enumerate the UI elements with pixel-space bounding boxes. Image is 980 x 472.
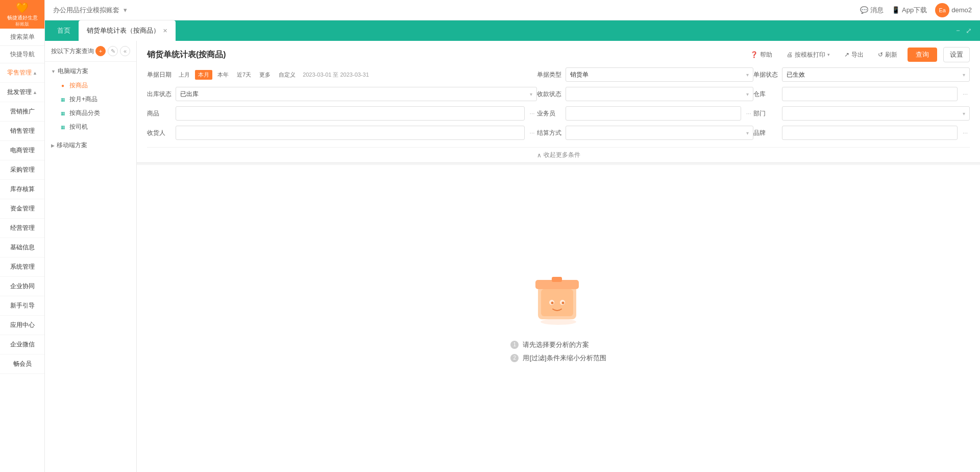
user-avatar: Ea — [935, 3, 949, 17]
warehouse-label: 仓库 — [753, 90, 779, 99]
sidebar-item-wechat[interactable]: 企业微信 — [0, 335, 44, 355]
print-btn[interactable]: 🖨 按模板打印 ▾ — [782, 49, 834, 61]
brand-more-icon[interactable]: ··· — [961, 129, 970, 136]
scheme-active-icon: ● — [59, 82, 66, 89]
sidebar-item-wholesale[interactable]: 批发管理 ▲ — [0, 83, 44, 102]
date-btn-custom[interactable]: 自定义 — [276, 70, 299, 80]
main-area: 办公用品行业模拟账套 ▾ 💬 消息 📱 App下载 Ea demo2 首页 — [45, 0, 980, 472]
sidebar-item-operation[interactable]: 经营管理 — [0, 219, 44, 238]
doc-status-value: 已生效 — [787, 70, 805, 79]
date-btn-more[interactable]: 更多 — [256, 70, 274, 80]
filter-row-1: 单据日期 上月 本月 本年 近7天 更多 自定义 20 — [147, 67, 970, 82]
dept-select[interactable]: ▾ — [782, 106, 970, 121]
mobile-section-header[interactable]: ▶ 移动端方案 — [45, 138, 136, 153]
help-btn[interactable]: ❓ 帮助 — [746, 49, 776, 61]
sidebar-item-finance[interactable]: 资金管理 — [0, 199, 44, 219]
print-label: 按模板打印 — [795, 51, 825, 59]
settlement-select[interactable]: ▾ — [566, 126, 753, 140]
settings-btn[interactable]: 设置 — [943, 47, 970, 62]
sidebar-item-marketing[interactable]: 营销推广 — [0, 102, 44, 122]
salesperson-input[interactable] — [566, 106, 741, 121]
tab-minimize-icon[interactable]: － — [954, 26, 962, 35]
doc-type-value: 销货单 — [570, 70, 589, 79]
sidebar-item-sales[interactable]: 销售管理 — [0, 122, 44, 141]
query-btn[interactable]: 查询 — [908, 48, 937, 62]
content-area: 按以下方案查询 + ✎ « ▼ 电脑端方案 ● 按商品 — [45, 41, 980, 472]
filter-warehouse: 仓库 ··· — [753, 87, 970, 101]
sidebar-item-purchase[interactable]: 采购管理 — [0, 160, 44, 180]
sidebar-item-inventory[interactable]: 库存核算 — [0, 180, 44, 199]
svg-rect-8 — [552, 277, 562, 282]
scheme-by-month-product-label: 按月+商品 — [69, 95, 97, 104]
filter-salesperson: 业务员 ··· — [537, 106, 753, 121]
warehouse-input[interactable] — [782, 87, 958, 101]
app-logo[interactable]: 🧡 畅捷通好生意 标账版 — [0, 0, 45, 29]
quick-nav[interactable]: 快捷导航 — [0, 46, 44, 63]
desktop-section-header[interactable]: ▼ 电脑端方案 — [45, 64, 136, 79]
collapse-panel-btn[interactable]: « — [120, 46, 130, 56]
tab-maximize-icon[interactable]: ⤢ — [966, 27, 972, 35]
scheme-by-product[interactable]: ● 按商品 — [59, 79, 136, 92]
sidebar-item-ecom[interactable]: 电商管理 — [0, 141, 44, 160]
date-btn-this-year[interactable]: 本年 — [214, 70, 232, 80]
sidebar-item-appcenter[interactable]: 应用中心 — [0, 316, 44, 335]
left-panel: 按以下方案查询 + ✎ « ▼ 电脑端方案 ● 按商品 — [45, 41, 137, 472]
user-menu[interactable]: Ea demo2 — [935, 3, 972, 17]
tab-sales-stat[interactable]: 销货单统计表（按商品） ✕ — [79, 20, 176, 41]
doc-status-select[interactable]: 已生效 ▾ — [782, 67, 970, 82]
filter-row-2: 出库状态 已出库 ▾ 收款状态 ▾ — [147, 87, 970, 101]
add-scheme-btn[interactable]: + — [95, 46, 106, 56]
sidebar-item-retail[interactable]: 零售管理 ▲ — [0, 63, 44, 83]
sidebar-item-basic[interactable]: 基础信息 — [0, 238, 44, 257]
filter-settlement: 结算方式 ▾ — [537, 126, 753, 140]
tab-close-icon[interactable]: ✕ — [163, 28, 167, 34]
scheme-by-cashier[interactable]: ▦ 按司机 — [59, 120, 136, 134]
sidebar-item-ecom-label: 电商管理 — [10, 147, 35, 154]
help-icon: ❓ — [750, 51, 758, 58]
date-btn-last-month[interactable]: 上月 — [176, 70, 193, 80]
consignee-more-icon[interactable]: ··· — [528, 129, 537, 136]
app-download-icon: 📱 — [892, 6, 900, 14]
sidebar-item-system[interactable]: 系统管理 — [0, 257, 44, 277]
brand-label: 品牌 — [753, 129, 779, 137]
app-download-btn[interactable]: 📱 App下载 — [892, 6, 927, 15]
warehouse-more-icon[interactable]: ··· — [961, 90, 970, 98]
scheme-by-month-product[interactable]: ▦ 按月+商品 — [59, 92, 136, 106]
search-menu[interactable]: 搜索菜单 — [0, 29, 44, 46]
step-2-num: 2 — [510, 354, 519, 362]
refresh-label: 刷新 — [885, 51, 897, 59]
collapse-row[interactable]: ∧ 收起更多条件 — [147, 147, 970, 162]
svg-point-0 — [541, 319, 576, 325]
sidebar-item-member[interactable]: 畅会员 — [0, 355, 44, 374]
edit-scheme-btn[interactable]: ✎ — [108, 46, 118, 56]
scheme-by-category[interactable]: ▦ 按商品分类 — [59, 106, 136, 120]
sidebar-item-member-label: 畅会员 — [13, 360, 32, 367]
sidebar-item-marketing-label: 营销推广 — [10, 108, 35, 115]
logo-sub: 标账版 — [15, 21, 29, 28]
industry-dropdown-icon[interactable]: ▾ — [124, 6, 127, 14]
salesperson-more-icon[interactable]: ··· — [744, 110, 753, 117]
payment-status-select[interactable]: ▾ — [566, 87, 753, 101]
empty-step-1: 1 请先选择要分析的方案 — [510, 340, 606, 349]
message-btn[interactable]: 💬 消息 — [860, 6, 884, 15]
brand-input[interactable] — [782, 126, 958, 140]
product-input[interactable] — [176, 106, 525, 121]
product-more-icon[interactable]: ··· — [528, 110, 537, 117]
sidebar-item-inventory-label: 库存核算 — [10, 185, 35, 193]
page-title: 销货单统计表(按商品) — [147, 50, 226, 60]
consignee-input[interactable] — [176, 126, 525, 140]
date-btn-7days[interactable]: 近7天 — [234, 70, 254, 80]
doc-type-label: 单据类型 — [537, 70, 562, 79]
doc-type-select[interactable]: 销货单 ▾ — [566, 67, 753, 82]
tab-home[interactable]: 首页 — [49, 20, 79, 41]
export-btn[interactable]: ↗ 导出 — [840, 49, 868, 61]
out-status-select[interactable]: 已出库 ▾ — [176, 87, 537, 101]
refresh-btn[interactable]: ↺ 刷新 — [874, 49, 901, 61]
user-avatar-text: Ea — [939, 7, 946, 13]
date-btn-this-month[interactable]: 本月 — [195, 70, 212, 80]
user-label: demo2 — [951, 6, 972, 14]
mobile-section-label: 移动端方案 — [57, 141, 87, 150]
sidebar-item-enterprise[interactable]: 企业协同 — [0, 277, 44, 296]
empty-illustration — [528, 271, 589, 332]
sidebar-item-newbie[interactable]: 新手引导 — [0, 296, 44, 316]
